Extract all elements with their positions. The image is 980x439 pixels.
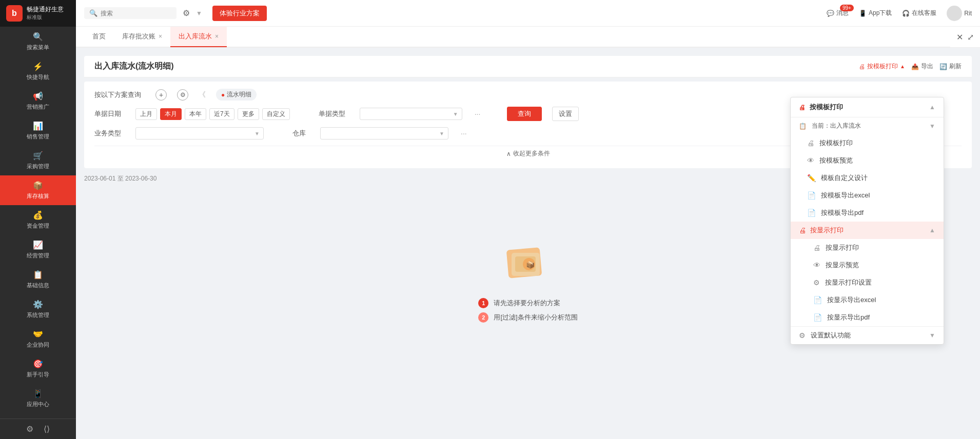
business-type-select[interactable] xyxy=(135,127,264,139)
filter-add-btn[interactable]: + xyxy=(155,89,167,101)
print-dropdown-chevron-up[interactable]: ▲ xyxy=(929,104,935,111)
tab-batch-account[interactable]: 库存批次账 × xyxy=(114,27,170,47)
avatar xyxy=(947,6,962,21)
trial-button[interactable]: 体验行业方案 xyxy=(212,6,267,21)
filter-collapse-icon[interactable]: 《 xyxy=(199,90,206,99)
display-settings-icon: ⚙ xyxy=(813,278,820,287)
username: Rit xyxy=(964,10,972,17)
sidebar-item-inventory[interactable]: 📦 库存核算 xyxy=(0,175,76,205)
date-7days[interactable]: 近7天 xyxy=(209,108,234,120)
template-export-pdf-item[interactable]: 📄 按模板导出pdf xyxy=(791,204,944,222)
sidebar-icon-marketing: 📢 xyxy=(33,91,43,101)
sidebar-item-quick-nav[interactable]: ⚡ 快捷导航 xyxy=(0,56,76,86)
query-btn[interactable]: 查询 xyxy=(507,107,542,121)
refresh-btn[interactable]: 🔄 刷新 xyxy=(939,62,962,71)
topbar-dropdown-icon[interactable]: ▼ xyxy=(196,10,202,17)
sidebar-item-guide[interactable]: 🎯 新手引导 xyxy=(0,354,76,384)
current-icon: 📋 xyxy=(799,123,807,130)
tab-flow-close[interactable]: × xyxy=(215,33,219,40)
current-chevron: ▼ xyxy=(929,123,935,130)
date-custom[interactable]: 自定义 xyxy=(262,108,290,120)
sidebar-label-inventory: 库存核算 xyxy=(27,192,49,200)
tab-home[interactable]: 首页 xyxy=(84,27,114,47)
template-preview-item[interactable]: 👁 按模板预览 xyxy=(791,152,944,169)
sidebar-label-app-center: 应用中心 xyxy=(27,401,49,408)
brand-name: 畅捷通好生意 xyxy=(27,6,64,14)
export-icon: 📤 xyxy=(911,63,919,70)
sidebar-label-quick-nav: 快捷导航 xyxy=(27,73,49,81)
sidebar-icon-search-menu: 🔍 xyxy=(33,32,43,42)
message-icon: 💬 xyxy=(827,10,834,17)
default-icon: ⚙ xyxy=(799,331,806,340)
default-chevron: ▼ xyxy=(929,332,935,339)
user-avatar-area[interactable]: Rit xyxy=(947,6,972,21)
sidebar-icon-inventory: 📦 xyxy=(33,181,43,190)
print-header-icon: 🖨 xyxy=(799,104,806,111)
set-default-item[interactable]: ⚙ 设置默认功能 ▼ xyxy=(791,326,944,344)
sidebar-icon-finance: 💰 xyxy=(33,210,43,220)
warehouse-more-btn[interactable]: ··· xyxy=(459,127,469,139)
topbar-gear-icon[interactable]: ⚙ xyxy=(183,8,190,18)
current-template-item[interactable]: 📋 当前：出入库流水 ▼ xyxy=(791,117,944,134)
doc-type-select[interactable] xyxy=(360,108,462,120)
template-custom-item[interactable]: ✏️ 模板自定义设计 xyxy=(791,169,944,187)
sidebar-item-cooperation[interactable]: 🤝 企业协同 xyxy=(0,324,76,354)
sidebar-icon-app-center: 📱 xyxy=(33,389,43,398)
page-header-actions: 🖨 按模板打印 ▲ 📤 导出 🔄 刷新 xyxy=(859,62,962,71)
display-excel-icon: 📄 xyxy=(813,296,822,304)
message-btn[interactable]: 💬 消息 99+ xyxy=(827,9,849,17)
settings-icon[interactable]: ⚙ xyxy=(26,424,33,434)
tab-batch-account-close[interactable]: × xyxy=(159,33,162,40)
sidebar-item-system[interactable]: ⚙️ 系统管理 xyxy=(0,294,76,324)
warehouse-select[interactable] xyxy=(320,127,448,139)
settings-btn[interactable]: 设置 xyxy=(552,107,579,121)
display-print-item[interactable]: 🖨 按显示打印 xyxy=(791,239,944,256)
search-input[interactable] xyxy=(101,10,167,17)
collapse-icon: ∧ xyxy=(506,150,511,157)
sidebar-item-marketing[interactable]: 📢 营销推广 xyxy=(0,86,76,116)
filter-settings-btn[interactable]: ⚙ xyxy=(177,89,188,101)
date-current-month[interactable]: 本月 xyxy=(160,108,182,120)
display-export-excel-item[interactable]: 📄 按显示导出excel xyxy=(791,291,944,309)
sidebar-item-app-center[interactable]: 📱 应用中心 xyxy=(0,384,76,413)
display-preview-item[interactable]: 👁 按显示预览 xyxy=(791,256,944,274)
collapse-sidebar-icon[interactable]: ⟨⟩ xyxy=(44,424,50,434)
svg-text:📦: 📦 xyxy=(526,261,535,269)
template-export-excel-item[interactable]: 📄 按模板导出excel xyxy=(791,187,944,204)
template-custom-icon: ✏️ xyxy=(807,174,816,182)
date-this-year[interactable]: 本年 xyxy=(185,108,206,120)
empty-step-2: 2 用[过滤]条件来缩小分析范围 xyxy=(478,312,577,323)
doc-type-more-btn[interactable]: ··· xyxy=(473,108,483,120)
sidebar-item-finance[interactable]: 💰 资金管理 xyxy=(0,205,76,235)
topbar-right: 💬 消息 99+ 📱 App下载 🎧 在线客服 Rit xyxy=(827,6,972,21)
tab-flow[interactable]: 出入库流水 × xyxy=(170,27,227,47)
sidebar-label-finance: 资金管理 xyxy=(27,222,49,230)
print-template-btn[interactable]: 🖨 按模板打印 ▲ xyxy=(859,62,905,71)
display-print-section[interactable]: 🖨 按显示打印 ▲ xyxy=(791,222,944,239)
window-close-icon[interactable]: ✕ xyxy=(956,32,963,42)
sidebar-item-wechat[interactable]: 💬 企业微信 xyxy=(0,413,76,418)
page-header: 出入库流水(流水明细) 🖨 按模板打印 ▲ 📤 导出 🔄 刷新 xyxy=(84,56,972,77)
date-prev-month[interactable]: 上月 xyxy=(135,108,157,120)
sidebar-item-sales[interactable]: 📊 销售管理 xyxy=(0,116,76,146)
template-print-item[interactable]: 🖨 按模板打印 xyxy=(791,134,944,152)
logo-icon: b xyxy=(6,5,23,22)
export-btn[interactable]: 📤 导出 xyxy=(911,62,933,71)
message-badge: 99+ xyxy=(840,5,854,11)
display-export-pdf-item[interactable]: 📄 按显示导出pdf xyxy=(791,309,944,326)
sidebar-icon-cooperation: 🤝 xyxy=(33,329,43,339)
display-print-settings-item[interactable]: ⚙ 按显示打印设置 xyxy=(791,274,944,291)
sidebar-item-basic-info[interactable]: 📋 基础信息 xyxy=(0,265,76,294)
print-icon: 🖨 xyxy=(859,63,865,70)
display-pdf-icon: 📄 xyxy=(813,313,822,322)
date-more[interactable]: 更多 xyxy=(238,108,259,120)
window-maximize-icon[interactable]: ⤢ xyxy=(967,32,974,42)
app-download-btn[interactable]: 📱 App下载 xyxy=(859,9,892,17)
sidebar-item-purchase[interactable]: 🛒 采购管理 xyxy=(0,146,76,175)
online-service-btn[interactable]: 🎧 在线客服 xyxy=(902,9,936,17)
sidebar-icon-basic-info: 📋 xyxy=(33,270,43,280)
main-area: 🔍 ⚙ ▼ 体验行业方案 💬 消息 99+ 📱 App下载 🎧 在线客服 xyxy=(76,0,980,439)
topbar-search-box[interactable]: 🔍 xyxy=(84,7,177,19)
sidebar-item-search-menu[interactable]: 🔍 搜索菜单 xyxy=(0,27,76,56)
sidebar-item-operations[interactable]: 📈 经营管理 xyxy=(0,235,76,265)
